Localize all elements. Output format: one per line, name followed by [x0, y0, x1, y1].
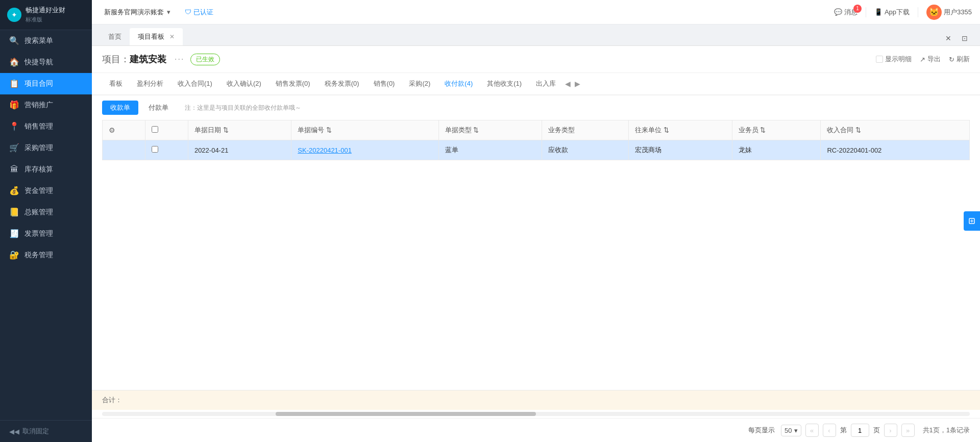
- sidebar-item-4[interactable]: 📍 销售管理: [0, 116, 92, 137]
- sidebar-item-5[interactable]: 🛒 采购管理: [0, 137, 92, 159]
- select-chevron-icon: ▾: [794, 427, 798, 434]
- app-edition: 标准版: [26, 16, 65, 23]
- tab-project-board[interactable]: 项目看板 ✕: [130, 28, 183, 45]
- sidebar-item-6[interactable]: 🏛 库存核算: [0, 159, 92, 180]
- cell-salesman: 龙妹: [732, 140, 821, 160]
- next-page-button[interactable]: ›: [884, 424, 897, 437]
- subtab-profit[interactable]: 盈利分析: [130, 73, 170, 95]
- sidebar-label-0: 搜索菜单: [24, 36, 53, 45]
- scroll-thumb[interactable]: [276, 412, 536, 416]
- current-page-input[interactable]: [851, 424, 869, 437]
- export-button[interactable]: ↗ 导出: [920, 55, 941, 64]
- project-header: 项目： 建筑安装 ··· 已生效 显示明细 ↗ 导出 ↻ 刷新: [92, 46, 980, 73]
- sidebar-label-1: 快捷导航: [24, 58, 53, 67]
- inner-tab-payment[interactable]: 付款单: [140, 101, 177, 115]
- col-type[interactable]: 单据类型 ⇅: [438, 120, 542, 140]
- inner-tabs: 收款单 付款单 注：这里是与项目关联的全部收付款单哦～: [92, 95, 980, 120]
- sidebar-item-2[interactable]: 📋 项目合同: [0, 73, 92, 94]
- shield-icon: 🛡: [185, 8, 191, 16]
- row-checkbox[interactable]: [152, 146, 158, 153]
- app-logo-icon: ✦: [7, 8, 21, 22]
- sidebar-logo: ✦ 畅捷通好业财 标准版: [0, 0, 92, 30]
- certified-badge: 🛡 已认证: [185, 8, 213, 17]
- col-date[interactable]: 单据日期 ⇅: [188, 120, 291, 140]
- col-gear[interactable]: ⚙: [103, 120, 145, 140]
- sidebar-label-4: 销售管理: [24, 122, 53, 131]
- per-page-select[interactable]: 50 ▾: [781, 425, 801, 436]
- sidebar-item-3[interactable]: 🎁 营销推广: [0, 94, 92, 116]
- maximize-button[interactable]: ⊡: [958, 31, 972, 45]
- col-checkbox[interactable]: [145, 120, 188, 140]
- subtab-purchase[interactable]: 采购(2): [402, 73, 437, 95]
- sidebar-label-3: 营销推广: [24, 101, 53, 110]
- cell-biz-type: 应收款: [542, 140, 629, 160]
- select-all-checkbox[interactable]: [152, 126, 158, 133]
- col-salesman[interactable]: 业务员 ⇅: [732, 120, 821, 140]
- next-tab-arrow[interactable]: ▶: [573, 76, 582, 92]
- tab-close-icon[interactable]: ✕: [169, 33, 175, 40]
- sidebar-cancel-pin[interactable]: ◀◀ 取消固定: [0, 420, 92, 442]
- subtab-income-contract[interactable]: 收入合同(1): [170, 73, 219, 95]
- close-button[interactable]: ✕: [941, 31, 955, 45]
- sidebar: ✦ 畅捷通好业财 标准版 🔍 搜索菜单 🏠 快捷导航 📋 项目合同 🎁 营销推广…: [0, 0, 92, 442]
- document-number-link[interactable]: SK-20220421-001: [298, 146, 352, 154]
- subtab-tax-invoice[interactable]: 税务发票(0): [317, 73, 366, 95]
- project-status-badge: 已生效: [190, 54, 220, 65]
- app-name: 畅捷通好业财: [26, 6, 65, 15]
- table-scrollbar[interactable]: [92, 410, 980, 418]
- messages-badge: 1: [853, 5, 862, 13]
- refresh-button[interactable]: ↻ 刷新: [949, 55, 970, 64]
- col-number[interactable]: 单据编号 ⇅: [291, 120, 438, 140]
- sidebar-label-10: 税务管理: [24, 251, 53, 260]
- subtab-receipt-payment[interactable]: 收付款(4): [437, 73, 480, 95]
- table-body: 2022-04-21 SK-20220421-001 蓝单 应收款 宏茂商场 龙…: [103, 140, 970, 160]
- app-download-button[interactable]: 📱 App下载: [874, 8, 910, 17]
- messages-button[interactable]: 💬 消息 1: [834, 8, 857, 17]
- project-actions: 显示明细 ↗ 导出 ↻ 刷新: [876, 55, 970, 64]
- sidebar-label-7: 资金管理: [24, 186, 53, 195]
- topbar-right: 💬 消息 1 📱 App下载 🐱 用户3355: [834, 5, 972, 20]
- inner-tab-receipt[interactable]: 收款单: [102, 101, 138, 115]
- project-more-button[interactable]: ···: [175, 55, 184, 64]
- page-suffix: 页: [873, 426, 880, 435]
- prev-tab-arrow[interactable]: ◀: [563, 76, 573, 92]
- sidebar-item-0[interactable]: 🔍 搜索菜单: [0, 30, 92, 52]
- scroll-track[interactable]: [102, 412, 970, 416]
- col-company[interactable]: 往来单位 ⇅: [629, 120, 732, 140]
- subtab-sales[interactable]: 销售(0): [366, 73, 402, 95]
- sidebar-icon-10: 🔐: [9, 250, 19, 260]
- subtab-other[interactable]: 其他收支(1): [480, 73, 529, 95]
- subtab-kanban[interactable]: 看板: [102, 73, 130, 95]
- sidebar-item-8[interactable]: 📒 总账管理: [0, 202, 92, 223]
- cell-type: 蓝单: [438, 140, 542, 160]
- col-income-contract[interactable]: 收入合同 ⇅: [821, 120, 970, 140]
- show-detail-checkbox[interactable]: 显示明细: [876, 55, 912, 64]
- sidebar-item-10[interactable]: 🔐 税务管理: [0, 244, 92, 266]
- tab-home[interactable]: 首页: [100, 28, 130, 45]
- float-action-button[interactable]: [964, 211, 980, 231]
- sidebar-icon-5: 🛒: [9, 143, 19, 153]
- sidebar-item-1[interactable]: 🏠 快捷导航: [0, 52, 92, 73]
- sidebar-item-9[interactable]: 🧾 发票管理: [0, 223, 92, 244]
- checkbox-icon[interactable]: [876, 56, 883, 63]
- gear-icon[interactable]: ⚙: [109, 126, 115, 134]
- user-menu[interactable]: 🐱 用户3355: [926, 5, 972, 20]
- subtab-inout[interactable]: 出入库: [529, 73, 563, 95]
- last-page-button[interactable]: »: [901, 424, 915, 437]
- cell-checkbox[interactable]: [145, 140, 188, 160]
- project-selector[interactable]: 新服务官网演示账套 ▾: [100, 6, 175, 19]
- subtab-income-confirm[interactable]: 收入确认(2): [219, 73, 268, 95]
- inner-note: 注：这里是与项目关联的全部收付款单哦～: [185, 104, 301, 112]
- project-title-block: 项目： 建筑安装: [102, 53, 166, 65]
- prev-page-button[interactable]: ‹: [823, 424, 836, 437]
- edit-icon: [968, 217, 975, 225]
- sidebar-icon-3: 🎁: [9, 100, 19, 110]
- subtab-sales-invoice[interactable]: 销售发票(0): [268, 73, 317, 95]
- cell-income-contract: RC-20220401-002: [821, 140, 970, 160]
- col-income-contract-label: 收入合同: [827, 126, 853, 134]
- main-area: 新服务官网演示账套 ▾ 🛡 已认证 💬 消息 1 📱 App下载 🐱 用户335…: [92, 0, 980, 442]
- first-page-button[interactable]: «: [805, 424, 819, 437]
- page-content: 项目： 建筑安装 ··· 已生效 显示明细 ↗ 导出 ↻ 刷新: [92, 46, 980, 442]
- chevron-down-icon: ▾: [167, 8, 170, 16]
- sidebar-item-7[interactable]: 💰 资金管理: [0, 180, 92, 202]
